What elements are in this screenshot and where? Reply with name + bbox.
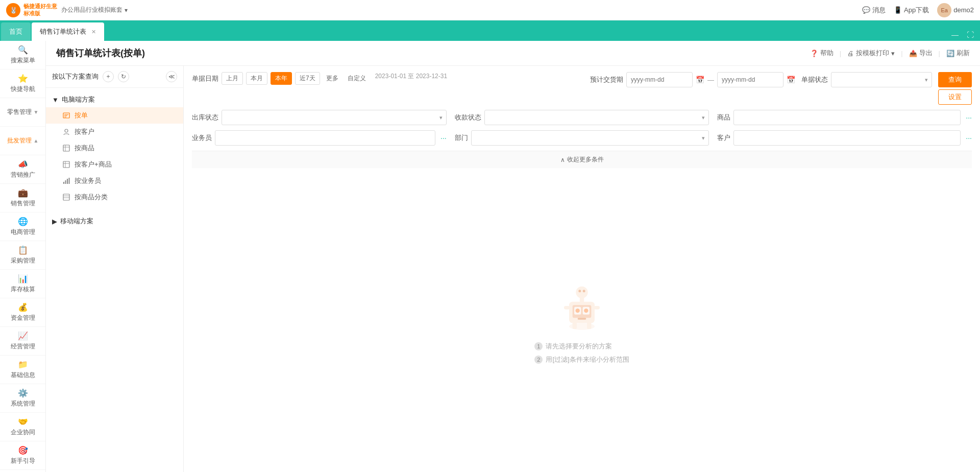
delivery-status-select[interactable] <box>222 110 447 125</box>
left-panel: 按以下方案查询 + ↻ ≪ ▼ 电脑端方案 按单 <box>46 66 184 472</box>
customer-more-icon[interactable]: ··· <box>966 134 972 142</box>
sidebar-item-inventory[interactable]: 📊 库存核算 <box>0 270 45 298</box>
page-actions: ❓ 帮助 | 🖨 按模板打印 ▾ | 📤 导出 | 🔄 刷新 <box>810 49 970 58</box>
payment-status-dropdown[interactable] <box>484 110 709 125</box>
help-btn[interactable]: ❓ 帮助 <box>810 49 834 58</box>
department-label: 部门 <box>455 133 468 143</box>
delivery-status-dropdown[interactable] <box>222 110 447 125</box>
product-input[interactable] <box>733 110 961 125</box>
tab-home[interactable]: 首页 <box>1 22 31 41</box>
scheme-item-by-product[interactable]: 按商品 <box>46 140 183 156</box>
expected-delivery-label: 预计交货期 <box>590 75 623 84</box>
scheme-section-title-mobile[interactable]: ▶ 移动端方案 <box>46 214 183 229</box>
product-label: 商品 <box>717 113 730 122</box>
salesperson-more-icon[interactable]: ··· <box>440 134 447 142</box>
nav-maximize-icon[interactable]: ⛶ <box>965 29 976 41</box>
avatar: Ea <box>937 3 951 17</box>
collapse-arrow-icon: ∧ <box>560 156 565 163</box>
payment-status-select[interactable] <box>484 110 709 125</box>
sidebar-item-enterprise-collab[interactable]: 🤝 企业协同 <box>0 413 45 441</box>
expected-delivery-start[interactable] <box>626 72 693 87</box>
date-btn-more[interactable]: 更多 <box>323 73 341 84</box>
page-title: 销售订单统计表(按单) <box>56 47 145 59</box>
system-icon: ⚙️ <box>18 388 28 398</box>
top-bar-left: 🐰 畅捷通好生意 标准版 办公用品行业模拟账套 ▾ <box>6 3 128 17</box>
sidebar-item-app-center[interactable]: 📱 应用中心 <box>0 470 45 472</box>
scheme-section-title-desktop[interactable]: ▼ 电脑端方案 <box>46 92 183 107</box>
logo-text: 畅捷通好生意 标准版 <box>23 3 57 16</box>
query-btn[interactable]: 查询 <box>938 72 972 87</box>
search-menu-label: 搜索菜单 <box>11 56 35 65</box>
date-btn-this-year[interactable]: 本年 <box>271 72 292 85</box>
sidebar-item-search-menu[interactable]: 🔍 搜索菜单 <box>0 41 45 69</box>
date-btn-last-7-days[interactable]: 近7天 <box>295 72 320 85</box>
left-panel-header: 按以下方案查询 + ↻ ≪ <box>46 66 183 88</box>
breadcrumb-text: 办公用品行业模拟账套 <box>61 6 122 14</box>
department-dropdown[interactable] <box>471 130 709 146</box>
scheme-item-by-salesperson[interactable]: 按业务员 <box>46 173 183 189</box>
scheme-item-by-cust-product[interactable]: 按客户+商品 <box>46 156 183 173</box>
base-info-label: 基础信息 <box>11 371 35 380</box>
department-select[interactable] <box>471 130 709 146</box>
quick-nav-icon: ⭐ <box>18 74 28 83</box>
date-btn-this-month[interactable]: 本月 <box>246 72 267 85</box>
cal-icon-start[interactable]: 📅 <box>696 76 704 84</box>
product-more-icon[interactable]: ··· <box>966 113 972 122</box>
by-salesperson-label: 按业务员 <box>75 176 101 185</box>
cal-icon-end[interactable]: 📅 <box>787 76 795 84</box>
desktop-section-label: 电脑端方案 <box>62 95 95 104</box>
collapse-filter-btn[interactable]: ∧ 收起更多条件 <box>192 151 972 168</box>
by-product-label: 按商品 <box>75 144 94 153</box>
message-btn[interactable]: 💬 消息 <box>862 6 886 15</box>
nav-minimize-icon[interactable]: — <box>949 29 961 41</box>
sidebar-item-marketing[interactable]: 📣 营销推广 <box>0 155 45 184</box>
sales-icon: 💼 <box>18 188 28 198</box>
single-status-select[interactable] <box>831 72 932 87</box>
salesperson-input[interactable] <box>215 130 435 146</box>
page-header: 销售订单统计表(按单) ❓ 帮助 | 🖨 按模板打印 ▾ | 📤 导出 | 🔄 … <box>46 41 980 66</box>
svg-rect-5 <box>63 145 69 151</box>
expected-delivery-end[interactable] <box>717 72 783 87</box>
user-area[interactable]: Ea demo2 <box>937 3 974 17</box>
refresh-scheme-btn[interactable]: ↻ <box>118 71 129 82</box>
collapse-panel-btn[interactable]: ≪ <box>166 71 177 82</box>
sidebar-item-purchase[interactable]: 📋 采购管理 <box>0 241 45 270</box>
scheme-section-desktop: ▼ 电脑端方案 按单 按客户 <box>46 88 183 209</box>
breadcrumb-area: 办公用品行业模拟账套 ▾ <box>61 6 128 14</box>
sidebar-item-quick-nav[interactable]: ⭐ 快捷导航 <box>0 69 45 98</box>
inventory-icon: 📊 <box>18 274 28 284</box>
template-print-btn[interactable]: 🖨 按模板打印 ▾ <box>847 49 895 58</box>
sidebar-item-system[interactable]: ⚙️ 系统管理 <box>0 384 45 413</box>
tab-sales-order-stats[interactable]: 销售订单统计表 ✕ <box>32 22 104 41</box>
customer-input[interactable] <box>733 130 961 146</box>
add-scheme-btn[interactable]: + <box>103 71 114 82</box>
divider-1: | <box>840 50 841 57</box>
single-status-dropdown[interactable] <box>831 72 932 87</box>
by-category-icon <box>62 193 70 201</box>
sidebar: 🔍 搜索菜单 ⭐ 快捷导航 零售管理 ▼ 批发管理 ▲ 📣 营销推广 💼 销售管… <box>0 41 46 472</box>
by-salesperson-icon <box>62 177 70 185</box>
settings-btn[interactable]: 设置 <box>938 89 972 105</box>
sidebar-item-new-guide[interactable]: 🎯 新手引导 <box>0 441 45 470</box>
app-download-btn[interactable]: 📱 App下载 <box>894 6 929 15</box>
tab-close-icon[interactable]: ✕ <box>91 29 96 35</box>
empty-tip-1-text: 请先选择要分析的方案 <box>546 340 612 353</box>
sidebar-item-ecommerce[interactable]: 🌐 电商管理 <box>0 213 45 241</box>
quick-nav-label: 快捷导航 <box>11 85 35 93</box>
date-btn-last-month[interactable]: 上月 <box>222 72 243 85</box>
empty-tip-2-text: 用[过滤]条件来缩小分析范围 <box>546 353 629 366</box>
refresh-btn[interactable]: 🔄 刷新 <box>946 49 970 58</box>
sidebar-item-wholesale[interactable]: 批发管理 ▲ <box>0 127 45 155</box>
scheme-item-by-order[interactable]: 按单 <box>46 107 183 124</box>
search-menu-icon: 🔍 <box>18 45 28 55</box>
scheme-item-by-category[interactable]: 按商品分类 <box>46 189 183 205</box>
scheme-item-by-customer[interactable]: 按客户 <box>46 124 183 140</box>
sidebar-item-sales[interactable]: 💼 销售管理 <box>0 184 45 213</box>
date-btn-custom[interactable]: 自定义 <box>345 73 369 84</box>
sidebar-item-operation[interactable]: 📈 经营管理 <box>0 327 45 356</box>
sidebar-item-finance[interactable]: 💰 资金管理 <box>0 298 45 327</box>
export-btn[interactable]: 📤 导出 <box>909 49 933 58</box>
new-guide-label: 新手引导 <box>11 457 35 465</box>
sidebar-item-retail[interactable]: 零售管理 ▼ <box>0 98 45 127</box>
sidebar-item-base-info[interactable]: 📁 基础信息 <box>0 356 45 384</box>
